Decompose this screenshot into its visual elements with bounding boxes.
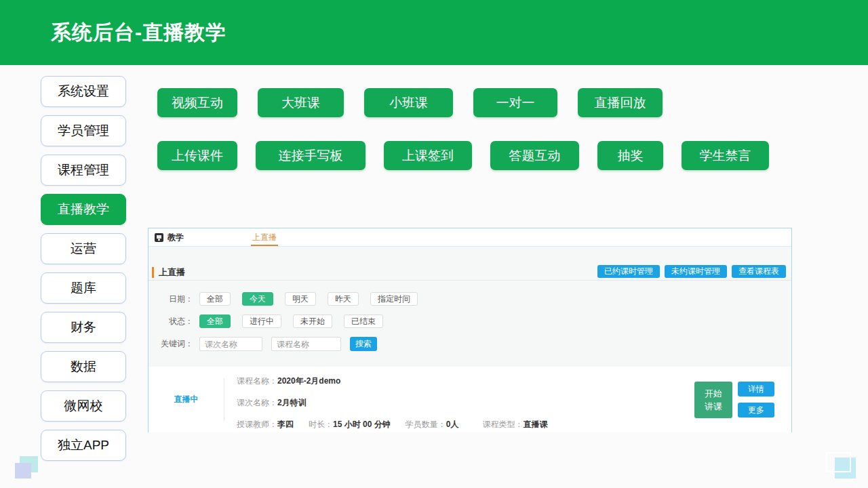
students-value: 0人 <box>446 419 459 430</box>
screen: 系统后台-直播教学 系统设置 学员管理 课程管理 直播教学 运营 题库 财务 数… <box>0 0 868 488</box>
keyword-filter-label: 关键词： <box>158 338 193 350</box>
session-name-label: 课次名称： <box>237 397 277 409</box>
panel-app-label: 教学 <box>167 232 184 243</box>
date-chip-all[interactable]: 全部 <box>199 292 231 306</box>
feature-row-1: 视频互动 大班课 小班课 一对一 直播回放 <box>157 88 808 117</box>
teacher-label: 授课教师： <box>237 419 277 430</box>
teacher-meta: 授课教师： 李四 <box>237 419 294 430</box>
date-chip-tomorrow[interactable]: 明天 <box>285 292 316 306</box>
feature-buttons: 视频互动 大班课 小班课 一对一 直播回放 上传课件 连接手写板 上课签到 答题… <box>157 88 808 170</box>
course-details: 课程名称： 2020年-2月demo 课次名称： 2月特训 授课教师： 李四 时… <box>224 367 694 432</box>
status-chip-all[interactable]: 全部 <box>199 314 231 328</box>
filters: 日期： 全部 今天 明天 昨天 指定时间 状态： 全部 进行中 未开始 <box>149 281 791 351</box>
detail-button[interactable]: 详情 <box>738 382 774 396</box>
feature-large-class[interactable]: 大班课 <box>258 88 344 117</box>
duration-value: 15 小时 00 分钟 <box>333 419 391 430</box>
section-title-wrap: 上直播 <box>152 249 185 279</box>
session-name-line: 课次名称： 2月特训 <box>237 397 694 409</box>
sidebar-item-operations[interactable]: 运营 <box>41 233 126 264</box>
date-chip-yesterday[interactable]: 昨天 <box>328 292 359 306</box>
teaching-board-icon <box>155 233 163 242</box>
status-chip-notstarted[interactable]: 未开始 <box>293 314 332 328</box>
status-filter-label: 状态： <box>158 316 193 327</box>
booked-lessons-button[interactable]: 已约课时管理 <box>597 265 660 278</box>
sidebar-item-question-bank[interactable]: 题库 <box>41 272 126 304</box>
course-meta-line: 授课教师： 李四 时长： 15 小时 00 分钟 学员数量： 0人 课程类型： … <box>237 419 694 430</box>
course-status-badge: 直播中 <box>149 367 224 432</box>
panel-nav: 教学 上直播 <box>149 228 791 247</box>
duration-label: 时长： <box>309 419 333 430</box>
date-filter-label: 日期： <box>158 293 193 305</box>
start-teaching-line1: 开始 <box>705 387 722 400</box>
date-chip-custom[interactable]: 指定时间 <box>370 292 418 306</box>
feature-mute-students[interactable]: 学生禁言 <box>682 141 769 170</box>
unbooked-lessons-button[interactable]: 未约课时管理 <box>665 265 727 278</box>
page-header: 系统后台-直播教学 <box>0 0 868 65</box>
page-title: 系统后台-直播教学 <box>51 19 226 47</box>
feature-class-signin[interactable]: 上课签到 <box>384 141 472 170</box>
feature-lottery[interactable]: 抽奖 <box>597 141 663 170</box>
decoration-square-outline <box>826 452 851 472</box>
filter-row-keyword: 关键词： 搜索 <box>158 337 791 351</box>
status-chips: 全部 进行中 未开始 已结束 <box>199 314 383 328</box>
section-title: 上直播 <box>159 266 185 279</box>
course-row: 直播中 课程名称： 2020年-2月demo 课次名称： 2月特训 授课教师： … <box>149 367 791 432</box>
type-meta: 课程类型： 直播课 <box>482 419 547 430</box>
panel-section: 上直播 已约课时管理 未约课时管理 查看课程表 日期： 全部 今天 明天 昨天 <box>149 247 791 367</box>
date-chips: 全部 今天 明天 昨天 指定时间 <box>199 292 418 306</box>
sidebar-item-data[interactable]: 数据 <box>41 351 126 382</box>
status-chip-ongoing[interactable]: 进行中 <box>242 314 281 328</box>
more-button[interactable]: 更多 <box>738 403 774 418</box>
session-name-input[interactable] <box>199 337 262 351</box>
sidebar-item-standalone-app[interactable]: 独立APP <box>41 430 126 461</box>
feature-one-on-one[interactable]: 一对一 <box>473 88 557 117</box>
sidebar: 系统设置 学员管理 课程管理 直播教学 运营 题库 财务 数据 微网校 独立AP… <box>41 76 126 469</box>
head-actions: 已约课时管理 未约课时管理 查看课程表 <box>597 249 786 278</box>
feature-live-replay[interactable]: 直播回放 <box>578 88 663 117</box>
course-name-label: 课程名称： <box>237 375 277 387</box>
students-label: 学员数量： <box>406 419 446 430</box>
decoration-square-lavender <box>15 463 31 479</box>
filter-row-status: 状态： 全部 进行中 未开始 已结束 <box>158 314 791 328</box>
sidebar-item-micro-school[interactable]: 微网校 <box>41 390 126 422</box>
course-actions: 开始 讲课 详情 更多 <box>694 367 791 432</box>
students-meta: 学员数量： 0人 <box>406 419 459 430</box>
feature-upload-courseware[interactable]: 上传课件 <box>157 141 237 170</box>
course-name-input[interactable] <box>271 337 341 351</box>
start-teaching-button[interactable]: 开始 讲课 <box>694 382 732 418</box>
tab-go-live[interactable]: 上直播 <box>245 228 283 246</box>
start-teaching-line2: 讲课 <box>705 400 722 413</box>
sidebar-item-live-teaching[interactable]: 直播教学 <box>41 194 126 225</box>
type-label: 课程类型： <box>482 419 523 430</box>
filter-row-date: 日期： 全部 今天 明天 昨天 指定时间 <box>158 292 791 306</box>
date-chip-today[interactable]: 今天 <box>242 292 273 306</box>
admin-panel: 教学 上直播 上直播 已约课时管理 未约课时管理 查看课程表 日期： <box>148 228 792 432</box>
sidebar-item-course-management[interactable]: 课程管理 <box>41 155 126 186</box>
view-timetable-button[interactable]: 查看课程表 <box>732 265 786 278</box>
status-chip-ended[interactable]: 已结束 <box>344 314 383 328</box>
session-name-value: 2月特训 <box>277 397 307 409</box>
section-accent-bar <box>152 267 154 278</box>
feature-row-2: 上传课件 连接手写板 上课签到 答题互动 抽奖 学生禁言 <box>157 141 808 170</box>
course-name-line: 课程名称： 2020年-2月demo <box>237 375 694 387</box>
detail-more-stack: 详情 更多 <box>738 382 774 418</box>
sidebar-item-student-management[interactable]: 学员管理 <box>41 115 126 146</box>
sidebar-item-system-settings[interactable]: 系统设置 <box>41 76 126 107</box>
teacher-value: 李四 <box>277 419 294 430</box>
feature-connect-tablet[interactable]: 连接手写板 <box>256 141 366 170</box>
search-button[interactable]: 搜索 <box>350 337 377 351</box>
course-name-value: 2020年-2月demo <box>277 375 340 387</box>
feature-small-class[interactable]: 小班课 <box>364 88 453 117</box>
duration-meta: 时长： 15 小时 00 分钟 <box>309 419 391 430</box>
feature-video-interaction[interactable]: 视频互动 <box>157 88 237 117</box>
type-value: 直播课 <box>523 419 547 430</box>
feature-quiz-interaction[interactable]: 答题互动 <box>490 141 579 170</box>
section-head: 上直播 已约课时管理 未约课时管理 查看课程表 <box>149 247 791 281</box>
sidebar-item-finance[interactable]: 财务 <box>41 312 126 343</box>
